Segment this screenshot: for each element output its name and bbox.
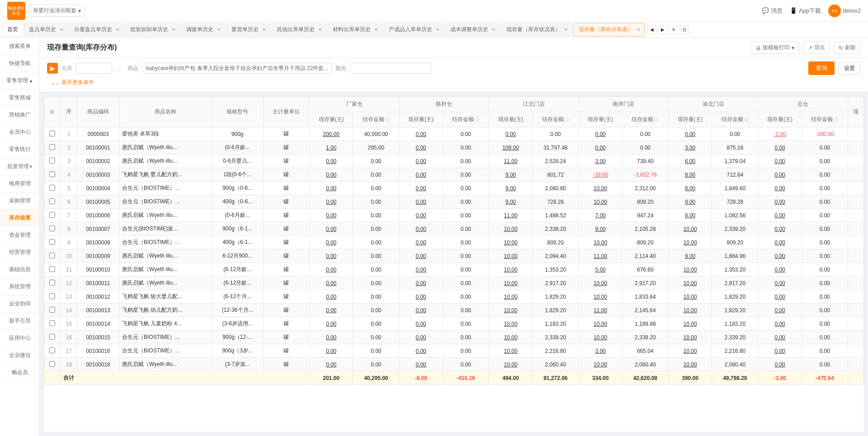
tab-fbds[interactable]: 分量盘点单历史 ✕	[69, 23, 124, 37]
tab-close-xcfb[interactable]: ✕	[637, 27, 640, 32]
td-yb-qty[interactable]: 10.00	[668, 222, 712, 236]
td-t-qty[interactable]: 0.00	[758, 290, 802, 304]
row-checkbox[interactable]	[49, 131, 55, 136]
td-f-qty[interactable]: 0.00	[309, 263, 353, 277]
td-check[interactable]	[44, 344, 61, 358]
row-checkbox[interactable]	[49, 347, 55, 353]
td-yb-qty[interactable]: 10.00	[668, 290, 712, 304]
td-jb-qty[interactable]: 10.00	[489, 263, 532, 277]
td-jb-qty[interactable]: 10.00	[489, 317, 532, 331]
td-check[interactable]	[44, 277, 61, 290]
tab-close-clck[interactable]: ✕	[374, 27, 378, 32]
td-check[interactable]	[44, 155, 61, 168]
sidebar-item-search[interactable]: 搜索英单	[0, 38, 39, 55]
td-t-qty[interactable]: 0.00	[758, 155, 802, 168]
warehouse-input[interactable]	[76, 63, 112, 74]
td-na-qty[interactable]: 10.00	[579, 358, 622, 371]
app-download-btn[interactable]: 📱 App下载	[790, 7, 821, 15]
td-jb-qty[interactable]: 10.00	[489, 331, 532, 344]
td-t-qty[interactable]: 0.00	[758, 168, 802, 182]
td-t-qty[interactable]: 0.00	[758, 344, 802, 358]
sidebar-item-inventory[interactable]: 库存核算	[0, 210, 39, 227]
td-check[interactable]	[44, 168, 61, 182]
td-na-qty[interactable]: 10.00	[579, 331, 622, 344]
row-checkbox[interactable]	[49, 266, 55, 272]
td-check[interactable]	[44, 182, 61, 195]
export-btn[interactable]: ↗ 导出	[803, 42, 830, 54]
td-check[interactable]	[44, 141, 61, 155]
td-f-qty[interactable]: 0.00	[309, 358, 353, 371]
td-c-qty[interactable]: 0.00	[399, 358, 443, 371]
td-c-qty[interactable]: 0.00	[399, 317, 443, 331]
tab-close-qtcck[interactable]: ✕	[318, 27, 322, 32]
td-f-qty[interactable]: 200.00	[309, 127, 353, 141]
td-yb-qty[interactable]: 10.00	[668, 344, 712, 358]
td-f-qty[interactable]: 0.00	[309, 155, 353, 168]
td-yb-qty[interactable]: 10.00	[668, 358, 712, 371]
sidebar-item-ecom[interactable]: 电商管理	[0, 175, 39, 192]
td-yb-qty[interactable]: 8.00	[668, 168, 712, 182]
td-c-qty[interactable]: 0.00	[399, 290, 443, 304]
td-c-qty[interactable]: 0.00	[399, 209, 443, 222]
row-checkbox[interactable]	[49, 198, 55, 204]
td-c-qty[interactable]: 0.00	[399, 249, 443, 263]
sidebar-item-collab[interactable]: 企业协同	[0, 295, 39, 313]
td-jb-qty[interactable]: 109.00	[489, 141, 532, 155]
tab-ygds[interactable]: 要货单历史 ✕	[226, 23, 271, 37]
tab-xcfb[interactable]: 现存量（库存分布表） ✕	[574, 23, 645, 37]
td-c-qty[interactable]: 0.00	[399, 277, 443, 290]
tab-bds[interactable]: 盘点单历史 ✕	[24, 23, 68, 37]
td-f-qty[interactable]: 1.00	[309, 141, 353, 155]
td-f-qty[interactable]: 0.00	[309, 209, 353, 222]
sidebar-item-member[interactable]: 会员中心	[0, 124, 39, 141]
td-na-qty[interactable]: -39.00	[579, 168, 622, 182]
td-f-qty[interactable]: 0.00	[309, 236, 353, 249]
td-t-qty[interactable]: -1.00	[758, 127, 802, 141]
td-yb-qty[interactable]: 10.00	[668, 304, 712, 317]
td-check[interactable]	[44, 236, 61, 249]
td-yb-qty[interactable]: 10.00	[668, 263, 712, 277]
row-checkbox[interactable]	[49, 225, 55, 231]
td-f-qty[interactable]: 0.00	[309, 290, 353, 304]
td-jb-qty[interactable]: 10.00	[489, 358, 532, 371]
td-c-qty[interactable]: 0.00	[399, 195, 443, 209]
td-na-qty[interactable]: 3.00	[579, 344, 622, 358]
sidebar-item-system[interactable]: 系统管理	[0, 278, 39, 295]
tab-xczl[interactable]: 现存量（库存状况表） ✕	[501, 23, 573, 37]
td-check[interactable]	[44, 358, 61, 371]
settings-btn[interactable]: 设置	[838, 62, 861, 75]
td-yb-qty[interactable]: 6.00	[668, 155, 712, 168]
td-f-qty[interactable]: 0.00	[309, 195, 353, 209]
td-check[interactable]	[44, 263, 61, 277]
sidebar-item-vip[interactable]: 畅会员	[0, 364, 39, 381]
tab-qtcck[interactable]: 其他出库单历史 ✕	[272, 23, 327, 37]
td-na-qty[interactable]: 0.00	[579, 141, 622, 155]
print-btn[interactable]: 🖨 按模板打印 ▾	[750, 42, 799, 54]
td-yb-qty[interactable]: 9.00	[668, 195, 712, 209]
sidebar-item-basic[interactable]: 基础信息	[0, 261, 39, 278]
td-t-qty[interactable]: 0.00	[758, 331, 802, 344]
td-na-qty[interactable]: 10.00	[579, 182, 622, 195]
td-c-qty[interactable]: 0.00	[399, 182, 443, 195]
refresh-btn[interactable]: ↻ 刷新	[834, 42, 861, 54]
td-check[interactable]	[44, 249, 61, 263]
tab-home[interactable]: 首页	[2, 23, 23, 37]
td-yb-qty[interactable]: 3.00	[668, 141, 712, 155]
row-checkbox[interactable]	[49, 307, 55, 313]
td-jb-qty[interactable]: 9.00	[489, 195, 532, 209]
td-t-qty[interactable]: 0.00	[758, 263, 802, 277]
td-na-qty[interactable]: 0.00	[579, 127, 622, 141]
td-t-qty[interactable]: 0.00	[758, 236, 802, 249]
td-jb-qty[interactable]: 9.00	[489, 182, 532, 195]
tab-cbtz[interactable]: 成本调整单历史 ✕	[445, 23, 500, 37]
row-checkbox[interactable]	[49, 212, 55, 218]
td-jb-qty[interactable]: 10.00	[489, 304, 532, 317]
color-input[interactable]	[350, 63, 431, 74]
td-f-qty[interactable]: 0.00	[309, 182, 353, 195]
td-f-qty[interactable]: 0.00	[309, 304, 353, 317]
td-t-qty[interactable]: 0.00	[758, 277, 802, 290]
td-t-qty[interactable]: 0.00	[758, 249, 802, 263]
td-t-qty[interactable]: 0.00	[758, 358, 802, 371]
td-na-qty[interactable]: 9.00	[579, 222, 622, 236]
td-c-qty[interactable]: 0.00	[399, 304, 443, 317]
